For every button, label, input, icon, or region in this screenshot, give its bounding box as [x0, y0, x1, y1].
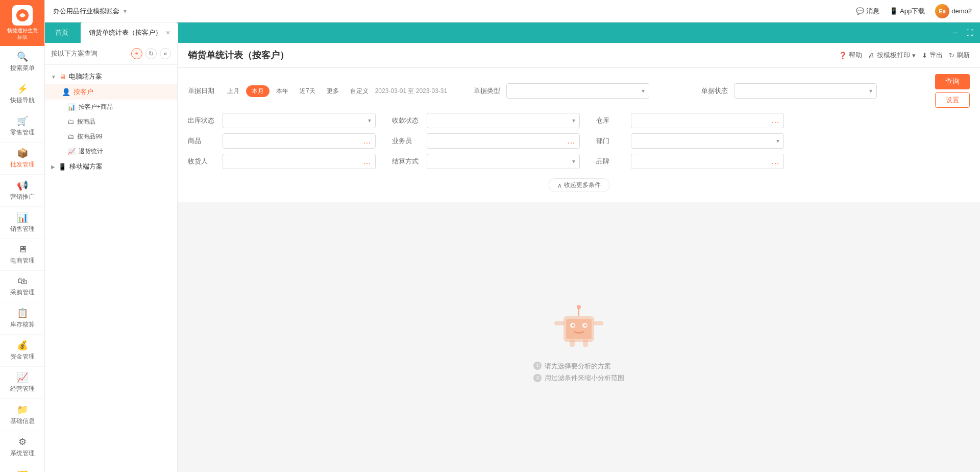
- settings-button[interactable]: 设置: [935, 92, 970, 108]
- dropdown-icon[interactable]: ▾: [124, 8, 127, 15]
- sidebar-item-label: 库存核算: [10, 320, 35, 329]
- doc-status-arrow: ▾: [869, 87, 872, 95]
- sidebar-item-label: 基础信息: [10, 417, 35, 426]
- query-button[interactable]: 查询: [935, 74, 970, 89]
- date-btn-last-month[interactable]: 上月: [223, 85, 244, 97]
- empty-illustration: [548, 291, 609, 352]
- tree-section: ▼ 🖥 电脑端方案 👤 按客户 📊 按客户+商品 🗂 按商品 🗂: [45, 65, 177, 178]
- system-icon: ⚙: [18, 436, 27, 447]
- svg-point-5: [572, 324, 574, 326]
- sidebar-item-sales[interactable]: 📊 销售管理: [0, 207, 44, 239]
- warehouse-input[interactable]: …: [631, 113, 784, 128]
- wholesale-icon: 📦: [17, 148, 28, 159]
- panel-header-icons: + ↻ «: [131, 48, 171, 59]
- message-label: 消息: [866, 7, 879, 16]
- sidebar-item-quick[interactable]: ⚡ 快捷导航: [0, 78, 44, 110]
- tip-item-1: ① 请先选择要分析的方案: [533, 360, 624, 372]
- doc-status-select[interactable]: ▾: [734, 83, 877, 99]
- warehouse-dots[interactable]: …: [771, 116, 779, 125]
- tree-item-by-goods[interactable]: 🗂 按商品: [45, 114, 177, 129]
- sidebar-item-label: 批发管理: [10, 160, 35, 169]
- sidebar-item-enterprise[interactable]: 🤝 企业协同: [0, 463, 44, 472]
- user-profile[interactable]: Ea demo2: [935, 4, 972, 18]
- doc-status-label: 单据状态: [701, 86, 730, 96]
- sidebar-item-base[interactable]: 📁 基础信息: [0, 399, 44, 431]
- sidebar-item-marketing[interactable]: 📢 营销推广: [0, 175, 44, 207]
- tree-item-label: 按商品: [77, 117, 95, 126]
- bar-icon: 📈: [67, 148, 76, 155]
- sidebar-item-search[interactable]: 🔍 搜索菜单: [0, 46, 44, 78]
- collapse-panel-button[interactable]: «: [160, 48, 171, 59]
- dept-select[interactable]: ▾: [631, 133, 784, 149]
- date-btn-custom[interactable]: 自定义: [346, 85, 373, 97]
- out-status-select[interactable]: ▾: [223, 113, 376, 128]
- goods-dots[interactable]: …: [363, 136, 371, 146]
- tab-home[interactable]: 首页: [45, 22, 79, 43]
- main-area: 办公用品行业模拟账套 ▾ 💬 消息 📱 App下载 Ea demo2 首页 销货…: [45, 0, 980, 472]
- brand-dots[interactable]: …: [771, 157, 779, 166]
- tip-text-1: 请先选择要分析的方案: [545, 360, 611, 372]
- help-button[interactable]: ❓ 帮助: [839, 51, 862, 60]
- date-label: 单据日期: [188, 86, 216, 96]
- date-btn-this-year[interactable]: 本年: [272, 85, 293, 97]
- goods-input[interactable]: …: [223, 133, 376, 149]
- sidebar-item-wholesale[interactable]: 📦 批发管理: [0, 143, 44, 175]
- tab-bar: 首页 销货单统计表（按客户） × ─ ⛶: [45, 22, 980, 43]
- marketing-icon: 📢: [17, 180, 28, 191]
- app-download-button[interactable]: 📱 App下载: [890, 7, 925, 16]
- receiver-dots[interactable]: …: [363, 157, 371, 166]
- sidebar-item-ecommerce[interactable]: 🖥 电商管理: [0, 239, 44, 271]
- tip-num-1: ①: [533, 362, 542, 370]
- inventory-icon: 📋: [17, 308, 28, 319]
- tree-item-by-customer[interactable]: 👤 按客户: [45, 84, 177, 100]
- sidebar-item-label: 资金管理: [10, 352, 35, 361]
- sidebar-item-finance[interactable]: 💰 资金管理: [0, 335, 44, 367]
- refresh-button[interactable]: ↻ 刷新: [949, 51, 970, 60]
- table99-icon: 🗂: [67, 133, 74, 140]
- goods-label: 商品: [188, 136, 216, 146]
- ecommerce-icon: 🖥: [18, 244, 27, 255]
- message-button[interactable]: 💬 消息: [856, 7, 879, 16]
- tree-pc-group[interactable]: ▼ 🖥 电脑端方案: [45, 69, 177, 84]
- date-btn-more[interactable]: 更多: [322, 85, 344, 97]
- print-button[interactable]: 🖨 按模板打印 ▾: [868, 51, 916, 60]
- receiver-input[interactable]: …: [223, 154, 376, 169]
- refresh-scheme-button[interactable]: ↻: [145, 48, 157, 59]
- doc-type-select[interactable]: ▾: [506, 83, 649, 99]
- salesman-input[interactable]: …: [427, 133, 580, 149]
- brand-input[interactable]: …: [631, 154, 784, 169]
- collect-status-label: 收款状态: [392, 116, 421, 125]
- sidebar-item-retail[interactable]: 🛒 零售管理: [0, 110, 44, 143]
- tree-item-return-stats[interactable]: 📈 退货统计: [45, 144, 177, 159]
- sidebar-item-inventory[interactable]: 📋 库存核算: [0, 302, 44, 335]
- sidebar-item-system[interactable]: ⚙ 系统管理: [0, 431, 44, 463]
- salesman-dots[interactable]: …: [567, 136, 575, 146]
- arrow-right-icon: ▶: [51, 164, 55, 170]
- sidebar-item-operations[interactable]: 📈 经营管理: [0, 367, 44, 399]
- sidebar-item-purchase[interactable]: 🛍 采购管理: [0, 271, 44, 302]
- collapse-button[interactable]: ∧ 收起更多条件: [549, 178, 609, 192]
- logo-icon: [12, 5, 33, 26]
- tab-minimize-button[interactable]: ─: [949, 27, 962, 39]
- tree-item-by-goods99[interactable]: 🗂 按商品99: [45, 129, 177, 144]
- svg-point-8: [577, 305, 581, 309]
- sidebar-item-label: 快捷导航: [10, 96, 35, 105]
- sales-icon: 📊: [17, 212, 28, 223]
- svg-rect-11: [570, 340, 575, 347]
- settle-select[interactable]: ▾: [427, 154, 580, 169]
- tab-close-button[interactable]: ×: [166, 29, 170, 37]
- export-button[interactable]: ⬇ 导出: [922, 51, 943, 60]
- top-header-left: 办公用品行业模拟账套 ▾: [53, 7, 127, 16]
- tree-item-by-customer-goods[interactable]: 📊 按客户+商品: [45, 100, 177, 114]
- collect-status-select[interactable]: ▾: [427, 113, 580, 128]
- collapse-label: 收起更多条件: [564, 181, 601, 190]
- tab-active[interactable]: 销货单统计表（按客户） ×: [81, 22, 178, 43]
- retail-icon: 🛒: [17, 115, 28, 127]
- export-label: 导出: [929, 51, 943, 60]
- tab-maximize-button[interactable]: ⛶: [964, 27, 976, 39]
- date-btn-this-month[interactable]: 本月: [246, 85, 270, 97]
- tree-mobile-group[interactable]: ▶ 📱 移动端方案: [45, 159, 177, 174]
- date-btn-7days[interactable]: 近7天: [295, 85, 320, 97]
- add-scheme-button[interactable]: +: [131, 48, 142, 59]
- date-group: 上月 本月 本年 近7天 更多 自定义 2023-03-01 至 2023-03…: [223, 85, 447, 97]
